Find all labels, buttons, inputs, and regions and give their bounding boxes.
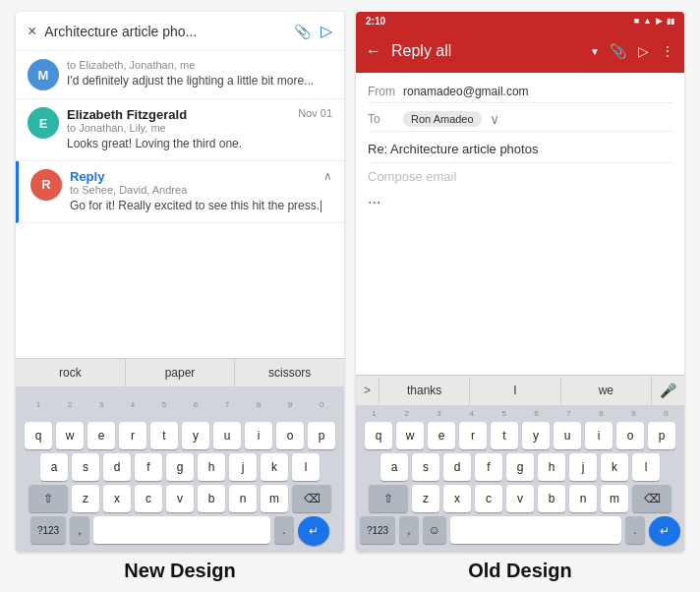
close-icon[interactable]: × xyxy=(28,23,36,40)
rkey-u[interactable]: u xyxy=(554,422,581,449)
to-expand-icon[interactable]: ∨ xyxy=(490,111,499,127)
rkey-y[interactable]: y xyxy=(522,422,550,449)
from-value: ronamadeo@gmail.com xyxy=(403,85,672,98)
key-num-switch[interactable]: ?123 xyxy=(30,516,66,544)
key-i[interactable]: i xyxy=(245,422,272,449)
send-action-icon[interactable]: ▷ xyxy=(638,43,649,59)
rkey-c[interactable]: c xyxy=(475,485,502,512)
key-space[interactable] xyxy=(93,516,270,544)
rkey-o[interactable]: o xyxy=(616,422,644,449)
rkey-num-6: 6 xyxy=(522,409,551,418)
suggestion-paper[interactable]: paper xyxy=(126,359,236,386)
key-s[interactable]: s xyxy=(72,453,99,481)
rkey-n[interactable]: n xyxy=(569,485,597,512)
key-t[interactable]: t xyxy=(150,422,178,449)
suggest-i[interactable]: I xyxy=(469,377,559,404)
rkey-shift[interactable]: ⇧ xyxy=(369,485,408,512)
suggest-thanks[interactable]: thanks xyxy=(379,377,469,404)
key-j[interactable]: j xyxy=(229,453,257,481)
rkey-z[interactable]: z xyxy=(412,485,439,512)
rkey-k[interactable]: k xyxy=(601,453,628,481)
key-r[interactable]: r xyxy=(119,422,146,449)
send-icon[interactable]: ▷ xyxy=(321,22,332,40)
key-z[interactable]: z xyxy=(72,485,99,512)
suggest-we[interactable]: we xyxy=(560,377,651,404)
compose-body[interactable]: Compose email xyxy=(368,163,672,190)
key-shift[interactable]: ⇧ xyxy=(29,485,68,512)
rkey-enter[interactable]: ↵ xyxy=(649,516,680,546)
reply-body[interactable]: Go for it! Really excited to see this hi… xyxy=(70,198,332,214)
rkey-q[interactable]: q xyxy=(365,422,392,449)
key-d[interactable]: d xyxy=(103,453,131,481)
attachment-action-icon[interactable]: 📎 xyxy=(610,43,626,59)
key-e[interactable]: e xyxy=(88,422,115,449)
key-o[interactable]: o xyxy=(276,422,304,449)
rkey-i[interactable]: i xyxy=(585,422,612,449)
rkey-num-0: 0 xyxy=(652,409,680,418)
rkey-t[interactable]: t xyxy=(491,422,518,449)
to-chip[interactable]: Ron Amadeo xyxy=(403,111,482,127)
rkey-m[interactable]: m xyxy=(601,485,628,512)
key-f[interactable]: f xyxy=(135,453,162,481)
rkey-r[interactable]: r xyxy=(459,422,487,449)
more-icon[interactable]: ⋮ xyxy=(661,43,674,59)
key-y[interactable]: y xyxy=(182,422,209,449)
mic-icon[interactable]: 🎤 xyxy=(651,376,684,405)
key-h[interactable]: h xyxy=(198,453,225,481)
rkey-space[interactable] xyxy=(450,516,621,544)
topbar-actions: 📎 ▷ xyxy=(294,22,332,40)
key-period[interactable]: . xyxy=(274,516,294,544)
to-field: To Ron Amadeo ∨ xyxy=(368,107,672,132)
rkey-l[interactable]: l xyxy=(632,453,660,481)
rkey-g[interactable]: g xyxy=(506,453,534,481)
rkey-x[interactable]: x xyxy=(443,485,471,512)
suggestion-rock[interactable]: rock xyxy=(16,359,126,386)
avatar-reply: R xyxy=(30,169,62,201)
rkey-num-1: 1 xyxy=(360,409,388,418)
rkey-p[interactable]: p xyxy=(648,422,675,449)
key-m[interactable]: m xyxy=(261,485,288,512)
rkey-d[interactable]: d xyxy=(443,453,471,481)
status-time: 2:10 xyxy=(366,16,385,27)
key-n[interactable]: n xyxy=(229,485,257,512)
rkey-f[interactable]: f xyxy=(475,453,502,481)
key-c[interactable]: c xyxy=(135,485,162,512)
key-l[interactable]: l xyxy=(292,453,320,481)
rkey-period[interactable]: . xyxy=(625,516,645,544)
attachment-icon[interactable]: 📎 xyxy=(294,24,311,39)
rkey-b[interactable]: b xyxy=(538,485,565,512)
key-num-r: 4 xyxy=(119,390,146,418)
key-u[interactable]: u xyxy=(213,422,241,449)
rkey-s[interactable]: s xyxy=(412,453,439,481)
app-bar-actions: 📎 ▷ ⋮ xyxy=(610,43,674,59)
rkey-a[interactable]: a xyxy=(380,453,408,481)
rkey-comma[interactable]: , xyxy=(399,516,419,544)
key-g[interactable]: g xyxy=(166,453,194,481)
rkey-backspace[interactable]: ⌫ xyxy=(632,485,671,512)
wifi-icon: ▲ xyxy=(643,16,652,26)
key-backspace[interactable]: ⌫ xyxy=(292,485,331,512)
suggestion-scissors[interactable]: scissors xyxy=(235,359,344,386)
rkey-e[interactable]: e xyxy=(428,422,455,449)
rkey-num-switch[interactable]: ?123 xyxy=(360,516,395,544)
key-w[interactable]: w xyxy=(56,422,84,449)
dropdown-icon[interactable]: ▼ xyxy=(590,46,600,57)
key-b[interactable]: b xyxy=(198,485,225,512)
rkey-num-7: 7 xyxy=(554,409,583,418)
collapse-icon[interactable]: ∧ xyxy=(323,169,332,183)
key-p[interactable]: p xyxy=(308,422,335,449)
rkey-v[interactable]: v xyxy=(506,485,534,512)
key-v[interactable]: v xyxy=(166,485,194,512)
rkey-w[interactable]: w xyxy=(396,422,424,449)
key-enter[interactable]: ↵ xyxy=(298,516,329,546)
back-icon[interactable]: ← xyxy=(366,42,381,60)
key-q[interactable]: q xyxy=(25,422,52,449)
rkey-emoji[interactable]: ☺ xyxy=(423,516,446,544)
key-a[interactable]: a xyxy=(40,453,68,481)
rkey-j[interactable]: j xyxy=(569,453,597,481)
key-k[interactable]: k xyxy=(261,453,288,481)
key-comma[interactable]: , xyxy=(70,516,89,544)
labels-row: New Design Old Design xyxy=(0,552,700,592)
key-x[interactable]: x xyxy=(103,485,131,512)
rkey-h[interactable]: h xyxy=(538,453,565,481)
